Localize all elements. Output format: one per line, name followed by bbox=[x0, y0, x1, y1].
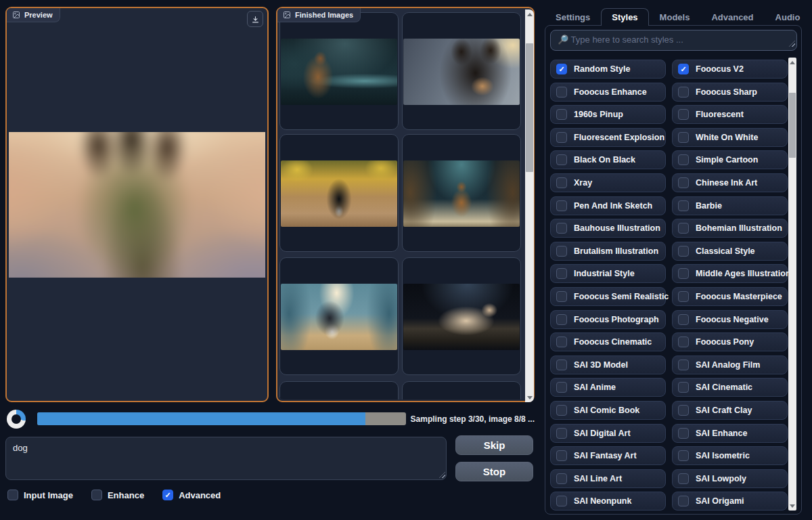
style-option[interactable]: ✓ Fooocus Masterpiece bbox=[672, 287, 788, 306]
option-checkbox[interactable]: ✓ bbox=[7, 490, 18, 500]
style-checkbox[interactable]: ✓ bbox=[678, 268, 689, 279]
style-checkbox[interactable]: ✓ bbox=[556, 87, 567, 98]
style-option[interactable]: ✓ SAI Lowpoly bbox=[672, 469, 788, 488]
gallery-item[interactable] bbox=[402, 381, 521, 399]
style-option[interactable]: ✓ Fooocus Photograph bbox=[550, 310, 666, 329]
style-option[interactable]: ✓ Simple Cartoon bbox=[672, 150, 788, 169]
style-option[interactable]: ✓ Fooocus Pony bbox=[672, 332, 788, 351]
style-checkbox[interactable]: ✓ bbox=[556, 64, 567, 74]
style-checkbox[interactable]: ✓ bbox=[556, 337, 567, 347]
tab-settings[interactable]: Settings bbox=[545, 8, 601, 26]
skip-button[interactable]: Skip bbox=[455, 435, 533, 455]
style-checkbox[interactable]: ✓ bbox=[678, 496, 689, 506]
style-checkbox[interactable]: ✓ bbox=[556, 405, 567, 416]
style-option[interactable]: ✓ SAI Digital Art bbox=[550, 424, 666, 443]
style-checkbox[interactable]: ✓ bbox=[678, 64, 689, 74]
style-option[interactable]: ✓ Fluorescent bbox=[672, 105, 788, 124]
gallery-item[interactable] bbox=[279, 12, 399, 130]
style-option[interactable]: ✓ SAI Comic Book bbox=[550, 401, 666, 420]
style-option[interactable]: ✓ SAI Neonpunk bbox=[550, 492, 666, 511]
style-option[interactable]: ✓ 1960s Pinup bbox=[550, 105, 666, 124]
style-option[interactable]: ✓ SAI 3D Model bbox=[550, 355, 666, 374]
style-option[interactable]: ✓ SAI Analog Film bbox=[672, 355, 788, 374]
style-checkbox[interactable]: ✓ bbox=[678, 314, 689, 325]
style-checkbox[interactable]: ✓ bbox=[556, 428, 567, 439]
styles-scrollbar-thumb[interactable] bbox=[789, 93, 796, 158]
style-checkbox[interactable]: ✓ bbox=[556, 496, 567, 506]
style-checkbox[interactable]: ✓ bbox=[556, 268, 567, 279]
download-button[interactable] bbox=[247, 11, 263, 27]
style-checkbox[interactable]: ✓ bbox=[678, 87, 689, 98]
gallery-item[interactable] bbox=[402, 12, 521, 130]
style-option[interactable]: ✓ Chinese Ink Art bbox=[672, 173, 788, 192]
gallery-item[interactable] bbox=[402, 257, 521, 375]
style-option[interactable]: ✓ Fooocus Cinematic bbox=[550, 332, 666, 351]
prompt-input[interactable]: dog bbox=[5, 437, 447, 480]
option-enhance[interactable]: ✓ Enhance bbox=[91, 490, 144, 500]
style-option[interactable]: ✓ Fooocus Negative bbox=[672, 310, 788, 329]
style-checkbox[interactable]: ✓ bbox=[556, 382, 567, 393]
style-option[interactable]: ✓ SAI Craft Clay bbox=[672, 401, 788, 420]
style-option[interactable]: ✓ SAI Cinematic bbox=[672, 378, 788, 397]
tab-audio[interactable]: Audio bbox=[765, 8, 811, 26]
style-option[interactable]: ✓ Fluorescent Explosion bbox=[550, 128, 666, 147]
styles-scrollbar[interactable] bbox=[788, 58, 796, 511]
style-checkbox[interactable]: ✓ bbox=[678, 382, 689, 393]
style-option[interactable]: ✓ SAI Isometric bbox=[672, 446, 788, 465]
style-checkbox[interactable]: ✓ bbox=[678, 246, 689, 257]
option-input-image[interactable]: ✓ Input Image bbox=[7, 490, 73, 500]
tab-advanced[interactable]: Advanced bbox=[700, 8, 764, 26]
style-checkbox[interactable]: ✓ bbox=[556, 109, 567, 120]
style-option[interactable]: ✓ Bohemian Illustration bbox=[672, 219, 788, 238]
gallery-scrollbar[interactable] bbox=[525, 9, 534, 402]
style-option[interactable]: ✓ Pen And Ink Sketch bbox=[550, 196, 666, 215]
gallery-scrollbar-thumb[interactable] bbox=[526, 43, 533, 172]
style-option[interactable]: ✓ Middle Ages Illustration bbox=[672, 264, 788, 283]
style-checkbox[interactable]: ✓ bbox=[556, 291, 567, 302]
style-checkbox[interactable]: ✓ bbox=[678, 450, 689, 461]
option-checkbox[interactable]: ✓ bbox=[91, 490, 102, 500]
style-checkbox[interactable]: ✓ bbox=[678, 200, 689, 211]
style-checkbox[interactable]: ✓ bbox=[678, 405, 689, 416]
style-checkbox[interactable]: ✓ bbox=[678, 360, 689, 370]
style-checkbox[interactable]: ✓ bbox=[678, 132, 689, 143]
gallery-item[interactable] bbox=[279, 381, 399, 399]
scroll-down-icon[interactable] bbox=[525, 393, 534, 402]
tab-models[interactable]: Models bbox=[649, 8, 701, 26]
option-checkbox[interactable]: ✓ bbox=[162, 490, 173, 500]
style-option[interactable]: ✓ Black On Black bbox=[550, 150, 666, 169]
style-checkbox[interactable]: ✓ bbox=[556, 154, 567, 165]
style-option[interactable]: ✓ Fooocus V2 bbox=[672, 60, 788, 79]
style-checkbox[interactable]: ✓ bbox=[678, 154, 689, 165]
style-checkbox[interactable]: ✓ bbox=[678, 177, 689, 188]
style-search-input[interactable] bbox=[550, 30, 797, 51]
style-option[interactable]: ✓ Fooocus Sharp bbox=[672, 83, 788, 102]
style-option[interactable]: ✓ White On White bbox=[672, 128, 788, 147]
style-option[interactable]: ✓ Xray bbox=[550, 173, 666, 192]
style-option[interactable]: ✓ SAI Origami bbox=[672, 492, 788, 511]
style-checkbox[interactable]: ✓ bbox=[556, 246, 567, 257]
style-checkbox[interactable]: ✓ bbox=[556, 314, 567, 325]
style-checkbox[interactable]: ✓ bbox=[556, 473, 567, 484]
style-checkbox[interactable]: ✓ bbox=[556, 200, 567, 211]
style-option[interactable]: ✓ SAI Fantasy Art bbox=[550, 446, 666, 465]
style-option[interactable]: ✓ Classical Style bbox=[672, 242, 788, 261]
style-checkbox[interactable]: ✓ bbox=[678, 428, 689, 439]
style-option[interactable]: ✓ SAI Enhance bbox=[672, 424, 788, 443]
style-checkbox[interactable]: ✓ bbox=[678, 223, 689, 234]
style-option[interactable]: ✓ Barbie bbox=[672, 196, 788, 215]
style-option[interactable]: ✓ Brutalism Illustration bbox=[550, 242, 666, 261]
style-checkbox[interactable]: ✓ bbox=[556, 360, 567, 370]
option-advanced[interactable]: ✓ Advanced bbox=[162, 490, 221, 500]
style-option[interactable]: ✓ Fooocus Semi Realistic bbox=[550, 287, 666, 306]
gallery-item[interactable] bbox=[402, 134, 521, 252]
style-checkbox[interactable]: ✓ bbox=[556, 450, 567, 461]
style-option[interactable]: ✓ Bauhouse Illustration bbox=[550, 219, 666, 238]
scroll-up-icon[interactable] bbox=[788, 58, 796, 67]
scroll-down-icon[interactable] bbox=[788, 501, 796, 511]
style-checkbox[interactable]: ✓ bbox=[678, 109, 689, 120]
gallery-item[interactable] bbox=[279, 134, 399, 252]
style-checkbox[interactable]: ✓ bbox=[678, 291, 689, 302]
style-option[interactable]: ✓ Industrial Style bbox=[550, 264, 666, 283]
style-option[interactable]: ✓ SAI Anime bbox=[550, 378, 666, 397]
